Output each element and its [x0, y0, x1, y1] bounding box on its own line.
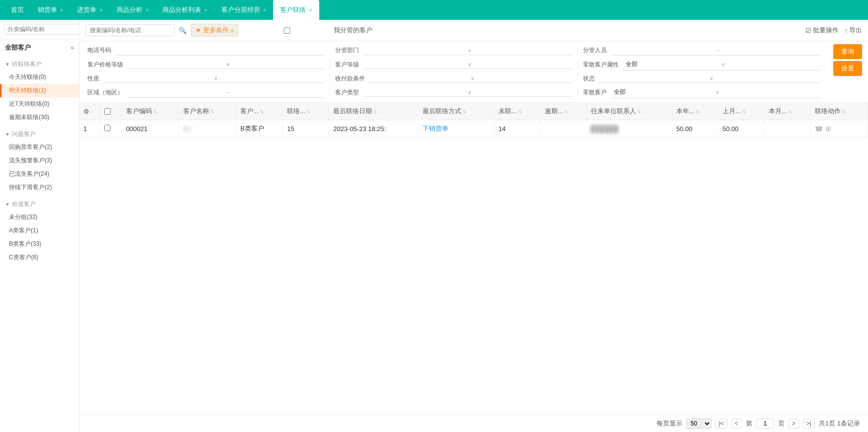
sort-icon: ⇅	[564, 109, 568, 114]
filter-select[interactable]: ∨	[363, 60, 573, 69]
nav-close-icon[interactable]: ×	[99, 7, 102, 13]
sidebar-item[interactable]: A类客户(1)	[0, 224, 79, 237]
next-page-button[interactable]: >	[789, 419, 799, 429]
sidebar-item[interactable]: 近7天待联络(0)	[0, 97, 79, 111]
last-contact-method-link[interactable]: 下销货单	[423, 125, 448, 132]
filter-label: 客户类型	[335, 88, 359, 97]
nav-item-进货单[interactable]: 进货单×	[70, 0, 109, 20]
table-col-header[interactable]: 本月...⇅	[764, 103, 810, 120]
filter-label: 分管人员	[583, 46, 607, 55]
batch-op-button[interactable]: ☑ 批量操作	[805, 26, 839, 35]
page-input[interactable]	[756, 419, 774, 429]
sidebar-item[interactable]: B类客户(33)	[0, 237, 79, 251]
search-icon[interactable]: 🔍	[179, 27, 187, 34]
query-button[interactable]: 查询	[833, 44, 862, 59]
sidebar-item[interactable]: 逾期未联络(30)	[0, 111, 79, 124]
sidebar-item[interactable]: C类客户(6)	[0, 251, 79, 264]
table-col-header[interactable]: 客户...⇅	[236, 103, 283, 120]
nav-item-商品分析列表[interactable]: 商品分析列表×	[155, 0, 214, 20]
table-col-header[interactable]: 上月...⇅	[718, 103, 764, 120]
sidebar-item[interactable]: 回购异常客户(2)	[0, 141, 79, 154]
filter-button[interactable]: ▼ 更多条件 ∧	[191, 24, 238, 37]
row-actions[interactable]: ☎⊞	[810, 120, 868, 138]
sort-icon: ⇅	[742, 109, 746, 114]
filter-label: 客户等级	[335, 61, 359, 69]
setting-button[interactable]: 设置	[833, 61, 862, 76]
select-all-checkbox[interactable]	[104, 108, 111, 115]
nav-close-icon[interactable]: ×	[309, 7, 312, 13]
table-col-header[interactable]: 未联...⇅	[494, 103, 540, 120]
nav-item-首页[interactable]: 首页	[4, 0, 31, 20]
sidebar-item[interactable]: 明天待联络(1)	[0, 84, 79, 97]
table-col-header[interactable]: 本年...⇅	[672, 103, 718, 120]
row-checkbox-input[interactable]	[104, 125, 111, 131]
my-customers-checkbox[interactable]	[242, 27, 332, 34]
table-col-header[interactable]: 客户名称⇅	[179, 103, 236, 120]
table-col-header[interactable]: 最后联络日期⇅	[329, 103, 419, 120]
settings-icon[interactable]: ⚙	[83, 108, 89, 115]
nav-item-客户分层经营[interactable]: 客户分层经营×	[215, 0, 273, 20]
search-input[interactable]	[85, 24, 175, 36]
filter-select[interactable]: ···	[127, 87, 325, 98]
filter-select[interactable]: 全部∨	[611, 86, 820, 98]
first-page-button[interactable]: |<	[716, 419, 727, 429]
table-col-header[interactable]: 联络动作⇅	[810, 103, 868, 120]
sidebar-item[interactable]: 流失预警客户(3)	[0, 154, 79, 167]
sidebar-item[interactable]: 已流失客户(24)	[0, 167, 79, 181]
per-page-label: 每页显示	[656, 419, 682, 428]
filter-action-buttons: 查询 设置	[833, 44, 862, 76]
nav-close-icon[interactable]: ×	[60, 7, 63, 13]
nav-item-商品分析[interactable]: 商品分析×	[110, 0, 155, 20]
filter-input[interactable]	[115, 45, 325, 56]
filter-select[interactable]: ∨	[127, 60, 325, 69]
table-row: 1000021EaB类客户152023-05-23 18:25:下销货单14██…	[79, 120, 868, 138]
sidebar-group-title: 待联络客户	[0, 58, 79, 71]
table-col-header[interactable]: 逾期...⇅	[540, 103, 586, 120]
sidebar-search-input[interactable]	[4, 24, 79, 35]
row-last-contact-date: 2023-05-23 18:25:	[329, 120, 419, 138]
last-page-button[interactable]: >|	[803, 419, 815, 429]
per-page-select[interactable]: 50 100	[686, 418, 712, 429]
nav-close-icon[interactable]: ×	[204, 7, 207, 13]
nav-item-销货单[interactable]: 销货单×	[31, 0, 70, 20]
filter-select[interactable]: ∨	[363, 88, 573, 97]
nav-close-icon[interactable]: ×	[145, 7, 148, 13]
filter-label: 分管部门	[335, 46, 359, 55]
filter-divider	[578, 46, 578, 56]
sidebar-item[interactable]: 未分组(32)	[0, 211, 79, 224]
sidebar-all-customers[interactable]: 全部客户 «	[0, 39, 79, 56]
row-contact-count: 15	[283, 120, 329, 138]
sidebar-item[interactable]: 持续下滑客户(2)	[0, 181, 79, 194]
nav-item-客户联络[interactable]: 客户联络×	[273, 0, 319, 20]
nav-close-icon[interactable]: ×	[263, 7, 266, 13]
filter-cell: 客户价格等级∨	[87, 60, 325, 69]
row-checkbox[interactable]	[100, 120, 122, 138]
prev-page-button[interactable]: <	[731, 419, 742, 429]
filter-label: 客户价格等级	[87, 61, 123, 69]
filter-select[interactable]: ···	[611, 45, 820, 56]
table-col-header[interactable]: 往来单位联系人⇅	[586, 103, 672, 120]
sidebar-group-title: 问题客户	[0, 128, 79, 141]
column-label: 本年...	[676, 107, 695, 116]
sidebar-item[interactable]: 今天待联络(0)	[0, 71, 79, 84]
table-col-header[interactable]: 联络...⇅	[283, 103, 329, 120]
filter-select[interactable]: ∨	[369, 74, 573, 83]
filter-select[interactable]: ∨	[599, 74, 820, 83]
filter-select[interactable]: 全部∨	[623, 59, 820, 71]
action-icon-2[interactable]: ⊞	[826, 125, 831, 133]
column-label: 未联...	[499, 107, 517, 116]
table-col-header[interactable]: 最后联络方式⇅	[418, 103, 494, 120]
export-button[interactable]: ↑ 导出	[845, 26, 863, 35]
sidebar-group: 待联络客户今天待联络(0)明天待联络(1)近7天待联络(0)逾期未联络(30)	[0, 56, 79, 126]
filter-cell: 分管部门∨	[335, 46, 573, 55]
table-col-header[interactable]: 客户编码⇅	[122, 103, 179, 120]
filter-select[interactable]: ∨	[103, 74, 325, 83]
sort-icon: ⇅	[462, 109, 466, 114]
action-icon-1[interactable]: ☎	[815, 125, 823, 133]
filter-label: 区域（地区）	[87, 88, 123, 97]
filter-cell: 零散客户属性全部∨	[583, 59, 820, 71]
filter-select[interactable]: ∨	[363, 46, 573, 55]
row-last-contact-method[interactable]: 下销货单	[418, 120, 494, 138]
my-customers-filter[interactable]: 我分管的客户	[242, 26, 372, 35]
sort-icon: ⇅	[696, 109, 700, 114]
